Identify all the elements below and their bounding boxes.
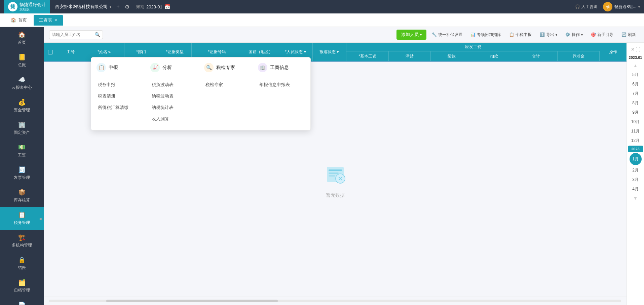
select-all-checkbox[interactable] xyxy=(48,50,53,54)
panel-month-5[interactable]: 5月 xyxy=(629,70,642,79)
salary-sub-headers: *基本工资 津贴 绩效 扣款 合 xyxy=(346,51,600,61)
sidebar-item-tax[interactable]: 📋 税务管理 ◀ xyxy=(0,207,44,230)
panel-month-4[interactable]: 4月 xyxy=(629,185,642,193)
tax-icon: 📋 xyxy=(18,211,26,219)
tax-wave-item[interactable]: 税负波动表 xyxy=(150,79,197,90)
panel-month-8[interactable]: 8月 xyxy=(629,99,642,107)
panel-month-9[interactable]: 9月 xyxy=(629,108,642,117)
annual-report-item[interactable]: 年报信息申报表 xyxy=(258,79,305,90)
svg-rect-2 xyxy=(329,173,339,174)
refresh-button[interactable]: 🔄 刷新 xyxy=(619,31,639,39)
search-icon: 🔍 xyxy=(94,32,100,37)
tax-return-button[interactable]: 📋 个税申报 xyxy=(506,31,534,39)
dropdown-col-header-expert: 🔍 税检专家 xyxy=(204,63,251,75)
salary-icon: 💵 xyxy=(18,144,26,151)
sidebar-item-assets[interactable]: 🏢 固定资产 xyxy=(0,117,44,140)
sidebar-item-salary[interactable]: 💵 工资 xyxy=(0,140,44,162)
refresh-icon: 🔄 xyxy=(621,32,627,37)
sidebar-item-inventory[interactable]: 📦 库存核算 xyxy=(0,185,44,207)
panel-month-6[interactable]: 6月 xyxy=(629,80,642,88)
headset-icon: 🎧 xyxy=(575,4,580,9)
home-nav-icon: 🏠 xyxy=(18,31,26,38)
sidebar-item-ledger[interactable]: 📒 总账 xyxy=(0,49,44,72)
add-person-button[interactable]: 添加人员 ▾ xyxy=(396,30,426,40)
panel-month-11[interactable]: 11月 xyxy=(629,127,642,136)
th-allowance: 津贴 xyxy=(389,51,431,61)
period-label: 账期 xyxy=(136,4,144,10)
social-insurance-button[interactable]: 🔧 统一社保设置 xyxy=(429,31,465,39)
sidebar-item-multi-org[interactable]: 🏗️ 多机构管理 xyxy=(0,230,44,252)
filter-icon[interactable]: ▼ xyxy=(303,50,307,54)
panel-month-7[interactable]: 7月 xyxy=(629,89,642,98)
tax-wave2-item[interactable]: 纳税波动表 xyxy=(150,90,197,102)
logo-icon: 捷 xyxy=(8,2,17,11)
sidebar-item-close[interactable]: 🔒 结账 xyxy=(0,252,44,275)
income-calc-item[interactable]: 收入测算 xyxy=(150,113,197,125)
th-total: 合计 xyxy=(515,51,558,61)
sidebar-item-invoice[interactable]: 🧾 发票管理 xyxy=(0,162,44,185)
operate-icon: ⚙️ xyxy=(565,32,570,37)
th-base-salary: *基本工资 xyxy=(346,51,389,61)
archive-icon: 🗂️ xyxy=(18,279,26,286)
logo-area: 捷 畅捷通好会计 旗舰版 xyxy=(4,0,50,13)
special-deduct-icon: 📊 xyxy=(470,32,476,37)
report-filter-icon[interactable]: ▼ xyxy=(336,50,340,54)
panel-up-arrow[interactable]: ▲ xyxy=(632,62,639,70)
dropdown-col-biz-info: 🏢 工商信息 年报信息申报表 xyxy=(258,63,305,125)
special-deduct-button[interactable]: 📊 专项附加扣除 xyxy=(468,31,504,39)
panel-close-icon[interactable]: ✕ xyxy=(631,47,635,52)
panel-down-arrow[interactable]: ▼ xyxy=(632,194,639,202)
dropdown-arrow-icon: ▾ xyxy=(420,33,422,37)
top-header: 捷 畅捷通好会计 旗舰版 西安虾米网络科技有限公司 ▾ ＋ ⚙ 账期 2023-… xyxy=(0,0,644,13)
panel-month-1-active[interactable]: 1月 xyxy=(630,153,642,165)
dropdown-col-header-declare: 📋 申报 xyxy=(97,63,144,75)
sidebar-item-archive[interactable]: 🗂️ 归档管理 xyxy=(0,275,44,297)
invoice-icon: 🧾 xyxy=(18,166,26,174)
panel-expand-icon[interactable]: ⛶ xyxy=(636,47,640,52)
sidebar-item-fund[interactable]: 💰 资金管理 xyxy=(0,94,44,117)
dropdown-col-tax-expert: 🔍 税检专家 税检专家 xyxy=(204,63,251,125)
tax-expert-item[interactable]: 税检专家 xyxy=(204,79,251,90)
new-guide-button[interactable]: 🎯 新手引导 xyxy=(588,31,616,39)
panel-year: 2023.01 xyxy=(629,55,642,60)
biz-col-icon: 🏢 xyxy=(258,63,267,72)
income-tax-clear-item[interactable]: 所得税汇算清缴 xyxy=(97,102,144,113)
sidebar-item-cloud-report[interactable]: ☁️ 云报表中心 xyxy=(0,72,44,94)
tax-stat-item[interactable]: 纳税统计表 xyxy=(150,102,197,113)
panel-month-12[interactable]: 12月 xyxy=(629,136,642,145)
user-chevron-icon: ▾ xyxy=(638,5,640,9)
settings-button[interactable]: ⚙ xyxy=(125,4,129,10)
header-actions: ＋ ⚙ xyxy=(115,3,129,10)
dropdown-col-declare: 📋 申报 税务申报 税表清册 所得税汇算清缴 xyxy=(97,63,144,125)
operate-arrow-icon: ▾ xyxy=(581,33,583,37)
sidebar-item-home[interactable]: 🏠 首页 xyxy=(0,27,44,49)
svg-rect-3 xyxy=(329,175,335,177)
h-scrollbar-thumb[interactable] xyxy=(106,300,278,302)
company-selector[interactable]: 西安虾米网络科技有限公司 ▾ xyxy=(55,4,111,10)
tax-return-icon: 📋 xyxy=(509,32,514,37)
export-button[interactable]: ⬆️ 导出 ▾ xyxy=(537,31,560,39)
calendar-icon[interactable]: 📅 xyxy=(164,4,170,9)
tab-salary[interactable]: 工资表 ✕ xyxy=(34,15,63,26)
panel-month-2[interactable]: 2月 xyxy=(629,166,642,175)
search-input[interactable] xyxy=(52,32,92,37)
toolbar: 🔍 添加人员 ▾ 🔧 统一社保设置 📊 专项附加扣除 📋 个税申报 ⬆️ 导出 xyxy=(44,27,644,43)
service-button[interactable]: 🎧 人工咨询 xyxy=(575,4,598,10)
sidebar-item-xiaochang[interactable]: 📄 小畅报销 xyxy=(0,297,44,305)
th-checkbox xyxy=(44,43,57,61)
tab-home[interactable]: 🏠 首页 xyxy=(5,15,32,26)
operate-button[interactable]: ⚙️ 操作 ▾ xyxy=(563,31,585,39)
panel-month-3[interactable]: 3月 xyxy=(629,175,642,184)
avatar: 畅 xyxy=(603,2,612,11)
tax-declare-item[interactable]: 税务申报 xyxy=(97,79,144,90)
inventory-icon: 📦 xyxy=(18,189,26,196)
user-button[interactable]: 畅 畅捷通8组... ▾ xyxy=(603,2,640,11)
tab-bar: 🏠 首页 工资表 ✕ xyxy=(0,13,644,27)
add-company-button[interactable]: ＋ xyxy=(115,3,121,10)
th-id: 工号 xyxy=(57,43,84,61)
tab-close-icon[interactable]: ✕ xyxy=(54,18,58,23)
tax-table-item[interactable]: 税表清册 xyxy=(97,90,144,102)
chevron-down-icon: ▾ xyxy=(110,5,111,9)
search-wrap: 🔍 xyxy=(49,30,103,39)
panel-month-10[interactable]: 10月 xyxy=(629,117,642,126)
